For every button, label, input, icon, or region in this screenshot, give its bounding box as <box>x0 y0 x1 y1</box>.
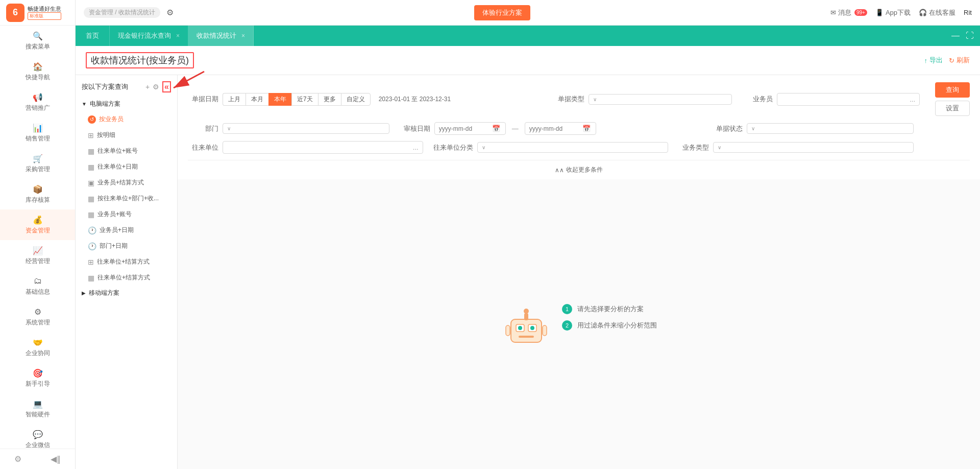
filter-docstatus-cell: 单据状态 ∨ <box>712 123 914 134</box>
collapse-label: 收起更多条件 <box>566 166 603 174</box>
plan-item-unit-settlement1[interactable]: ⊞ 往来单位+结算方式 <box>76 254 177 270</box>
tab-collection-stats[interactable]: 收款情况统计 × <box>188 26 254 46</box>
salesperson-account-icon: ▦ <box>88 210 94 219</box>
app-download-label: App下载 <box>886 8 911 17</box>
sidebar-item-label: 企业微信 <box>26 441 50 449</box>
salesperson-date-icon: 🕐 <box>88 226 96 235</box>
topbar-left: 资金管理 / 收款情况统计 ⚙ <box>84 7 174 18</box>
settings-btn[interactable]: 设置 <box>935 101 970 116</box>
sidebar-item-label: 快捷导航 <box>26 73 50 82</box>
dept-select[interactable]: ∨ <box>223 123 389 134</box>
tab-bank-flow[interactable]: 现金银行流水查询 × <box>110 26 188 46</box>
sidebar-item-system[interactable]: ⚙ 系统管理 <box>0 301 75 332</box>
tab-collection-stats-close[interactable]: × <box>241 32 245 39</box>
sidebar-item-marketing[interactable]: 📢 营销推广 <box>0 87 75 118</box>
sidebar-item-wechat[interactable]: 💬 企业微信 <box>0 424 75 449</box>
query-btn[interactable]: 查询 <box>935 82 970 98</box>
plan-item-salesperson-settlement[interactable]: ▣ 业务员+结算方式 <box>76 175 177 191</box>
export-btn[interactable]: ↑ 导出 <box>924 56 943 65</box>
salesperson-field[interactable]: ... <box>777 93 920 106</box>
tab-home[interactable]: 首页 <box>76 26 110 46</box>
date-btn-custom[interactable]: 自定义 <box>341 93 371 106</box>
plan-item-by-detail[interactable]: ⊞ 按明细 <box>76 127 177 143</box>
plan-item-unit-settlement2[interactable]: ▦ 往来单位+结算方式 <box>76 270 177 286</box>
sidebar-item-search-menu[interactable]: 🔍 搜索菜单 <box>0 26 75 56</box>
partner-category-select[interactable]: ∨ <box>477 142 669 153</box>
system-icon: ⚙ <box>33 307 43 317</box>
date-btn-last-month[interactable]: 上月 <box>223 93 246 106</box>
doc-type-arrow: ∨ <box>593 97 597 102</box>
plan-item-by-salesperson[interactable]: ↺ 按业务员 <box>76 111 177 127</box>
date-btn-more[interactable]: 更多 <box>318 93 341 106</box>
sidebar-item-enterprise[interactable]: 🤝 企业协同 <box>0 332 75 363</box>
pc-section-header[interactable]: ▼ 电脑端方案 <box>76 97 177 111</box>
user-avatar[interactable]: Rit <box>964 9 972 16</box>
logo-icon: 6 <box>6 4 24 22</box>
filter-dept-cell: 部门 ∨ <box>188 123 389 134</box>
topbar-settings-icon[interactable]: ⚙ <box>166 8 174 17</box>
audit-date-from-input[interactable] <box>439 125 490 132</box>
sidebar-item-purchase[interactable]: 🛒 采购管理 <box>0 148 75 179</box>
date-label: 单据日期 <box>188 95 218 104</box>
operations-icon: 📈 <box>33 245 43 255</box>
left-panel: 按以下方案查询 + ⚙ « ▼ 电脑端方案 ↺ 按业务员 <box>76 75 178 469</box>
plan-item-unit-date[interactable]: ▦ 往来单位+日期 <box>76 159 177 175</box>
plan-item-dept-date[interactable]: 🕐 部门+日期 <box>76 238 177 254</box>
sidebar-item-label: 采购管理 <box>26 165 50 174</box>
date-btn-7days[interactable]: 近7天 <box>291 93 318 106</box>
sidebar-settings-btn[interactable]: ⚙ <box>14 454 21 464</box>
plan-settings-btn[interactable]: ⚙ <box>153 83 159 91</box>
svg-rect-0 <box>511 319 542 342</box>
sidebar-item-finance[interactable]: 💰 资金管理 <box>0 209 75 240</box>
sidebar-item-smart-hw[interactable]: 💻 智能硬件 <box>0 393 75 424</box>
plan-item-label: 部门+日期 <box>100 242 128 250</box>
sidebar-item-basic-info[interactable]: 🗂 基础信息 <box>0 271 75 301</box>
doc-type-select[interactable]: ∨ <box>589 94 732 105</box>
sidebar-item-sales[interactable]: 📊 销售管理 <box>0 118 75 148</box>
sidebar-collapse-btn[interactable]: ◀‖ <box>51 454 61 464</box>
doc-status-select[interactable]: ∨ <box>747 123 914 134</box>
tab-bank-flow-close[interactable]: × <box>176 32 180 39</box>
plan-item-salesperson-date[interactable]: 🕐 业务员+日期 <box>76 222 177 238</box>
messages-btn[interactable]: ✉ 消息 99+ <box>830 8 867 17</box>
refresh-btn[interactable]: ↻ 刷新 <box>949 56 970 65</box>
message-icon: ✉ <box>830 9 836 16</box>
plan-item-salesperson-account[interactable]: ▦ 业务员+账号 <box>76 206 177 222</box>
purchase-icon: 🛒 <box>33 153 43 163</box>
partner-field[interactable]: ... <box>223 141 423 154</box>
audit-date-from[interactable]: 📅 <box>434 122 506 135</box>
refresh-label: 刷新 <box>957 56 970 65</box>
date-btn-this-year[interactable]: 本年 <box>268 93 291 106</box>
sales-icon: 📊 <box>33 123 43 133</box>
tab-minimize-btn[interactable]: — <box>951 31 960 40</box>
tab-bank-flow-label: 现金银行流水查询 <box>118 31 171 40</box>
doc-status-label: 单据状态 <box>712 124 743 133</box>
salesperson-item-icon: ↺ <box>88 115 96 124</box>
biz-type-select[interactable]: ∨ <box>713 142 914 153</box>
trial-btn[interactable]: 体验行业方案 <box>474 5 530 20</box>
empty-state: 1 请先选择要分析的方案 2 用过滤条件来缩小分析范围 <box>501 299 657 350</box>
sidebar-item-inventory[interactable]: 📦 库存核算 <box>0 179 75 209</box>
add-plan-btn[interactable]: + <box>145 83 150 91</box>
audit-date-to[interactable]: 📅 <box>525 122 596 135</box>
left-panel-actions: + ⚙ « <box>145 81 171 92</box>
date-btn-this-month[interactable]: 本月 <box>246 93 268 106</box>
sidebar-item-label: 搜索菜单 <box>26 42 50 51</box>
tab-maximize-btn[interactable]: ⛶ <box>966 31 974 40</box>
mobile-section-header[interactable]: ▶ 移动端方案 <box>76 286 177 300</box>
collapse-more-btn[interactable]: ∧∧ 收起更多条件 <box>188 160 970 179</box>
online-service-btn[interactable]: 🎧 在线客服 <box>919 8 955 17</box>
sidebar-item-guide[interactable]: 🎯 新手引导 <box>0 363 75 393</box>
plan-item-unit-account[interactable]: ▦ 往来单位+账号 <box>76 143 177 159</box>
plan-item-unit-dept-collection[interactable]: ▦ 按往来单位+部门+收... <box>76 191 177 206</box>
audit-date-to-input[interactable] <box>529 125 580 132</box>
online-service-label: 在线客服 <box>929 8 955 17</box>
sidebar-footer: ⚙ ◀‖ <box>0 449 75 469</box>
sidebar-item-quick-nav[interactable]: 🏠 快捷导航 <box>0 56 75 87</box>
plan-item-label: 按业务员 <box>99 115 124 124</box>
sidebar-item-operations[interactable]: 📈 经营管理 <box>0 240 75 271</box>
guide-icon: 🎯 <box>33 368 43 378</box>
panel-collapse-btn[interactable]: « <box>162 81 171 92</box>
headset-icon: 🎧 <box>919 9 927 16</box>
app-download-btn[interactable]: 📱 App下载 <box>875 8 911 17</box>
